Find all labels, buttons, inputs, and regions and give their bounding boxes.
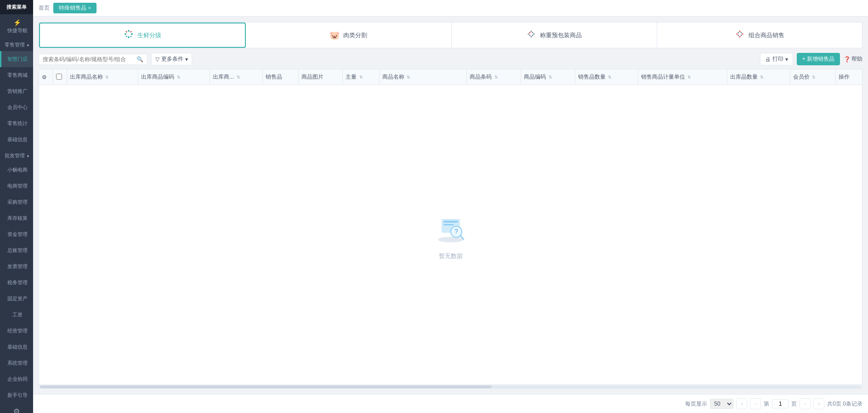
- fresh-grade-icon: [124, 29, 134, 41]
- sidebar-item-inventory-check[interactable]: 库存核算: [0, 210, 33, 226]
- next-page-button[interactable]: ›: [800, 398, 811, 409]
- sidebar-item-retail-mall[interactable]: 零售商城: [0, 67, 33, 83]
- sidebar-item-wholesale-mgmt[interactable]: 批发管理: [0, 149, 33, 162]
- sidebar-item-member-center[interactable]: 会员中心: [0, 99, 33, 115]
- data-table: ⚙ 出库商品名称 ⇅ 出库商品编码 ⇅: [39, 69, 862, 85]
- quick-nav-icon: ⚡: [13, 19, 21, 26]
- close-tab-icon[interactable]: ×: [88, 6, 91, 11]
- th-sale-qty[interactable]: 销售品数量 ⇅: [575, 69, 638, 85]
- svg-point-22: [738, 35, 739, 36]
- retail-mall-label: 零售商城: [7, 72, 28, 79]
- combo-sales-icon: [735, 29, 745, 41]
- first-page-button[interactable]: «: [736, 398, 747, 409]
- svg-point-19: [739, 36, 740, 38]
- th-goods-code[interactable]: 商品编码 ⇅: [521, 69, 575, 85]
- svg-point-7: [130, 36, 132, 37]
- svg-point-8: [528, 34, 529, 35]
- page-size-select[interactable]: 50 10 20 100: [710, 399, 733, 409]
- print-button[interactable]: 🖨 打印 ▾: [760, 53, 793, 65]
- active-tab-label: 特殊销售品: [59, 4, 86, 12]
- sales-promo-label: 营销推广: [7, 88, 28, 95]
- sidebar-item-tax-mgmt[interactable]: 税务管理: [0, 275, 33, 291]
- th-member-price[interactable]: 会员价 ⇅: [790, 69, 835, 85]
- th-settings[interactable]: ⚙: [39, 69, 53, 85]
- sidebar-item-fixed-assets[interactable]: 固定资产: [0, 291, 33, 307]
- sidebar-item-sales-promo[interactable]: 营销推广: [0, 83, 33, 99]
- sidebar-item-retail-mgmt[interactable]: 零售管理: [0, 39, 33, 51]
- th-goods-name[interactable]: 商品名称 ⇅: [380, 69, 467, 85]
- sidebar-item-quick-nav[interactable]: ⚡ 快捷导航: [0, 14, 33, 39]
- sort-out-goods-name-icon: ⇅: [105, 75, 109, 80]
- cat-tab-meat-cut[interactable]: 🐷 肉类分割: [246, 23, 451, 48]
- sidebar-item-purchase-mgmt[interactable]: 采购管理: [0, 194, 33, 210]
- sidebar-item-ops-mgmt[interactable]: 经营管理: [0, 323, 33, 339]
- cat-tab-weight-prepack[interactable]: 称重预包装商品: [452, 23, 657, 48]
- th-sale-unit-label: 销售商品计量单位: [641, 74, 685, 80]
- th-sale-goods[interactable]: 销售品: [262, 69, 298, 85]
- search-input[interactable]: [43, 56, 135, 63]
- prev-page-button[interactable]: ‹: [750, 398, 761, 409]
- sidebar-item-basic-info[interactable]: 基础信息: [0, 132, 33, 148]
- th-checkbox[interactable]: [53, 69, 67, 85]
- empty-text: 暂无数据: [439, 252, 463, 260]
- sidebar-item-smart-store[interactable]: 智慧门店: [0, 51, 33, 67]
- svg-point-20: [738, 32, 739, 34]
- home-tab[interactable]: 首页: [39, 4, 50, 12]
- last-page-button[interactable]: »: [813, 398, 824, 409]
- th-out-qty[interactable]: 出库品数量 ⇅: [727, 69, 790, 85]
- category-tabs: 生鲜分级 🐷 肉类分割: [39, 22, 862, 48]
- svg-point-18: [742, 34, 743, 35]
- sidebar-item-enterprise[interactable]: 企业协同: [0, 371, 33, 387]
- basic-info2-label: 基础信息: [7, 344, 28, 350]
- sidebar-item-basic-info2[interactable]: 基础信息: [0, 339, 33, 355]
- help-icon: ❓: [844, 56, 851, 63]
- meat-cut-icon: 🐷: [329, 30, 340, 40]
- horizontal-scrollbar[interactable]: [39, 384, 862, 388]
- sidebar-item-mini-ecom[interactable]: 小畅电商: [0, 162, 33, 178]
- weight-prepack-icon: [526, 29, 536, 41]
- sidebar-item-ecom-mgmt[interactable]: 电商管理: [0, 178, 33, 194]
- svg-point-0: [128, 30, 130, 32]
- invoice-mgmt-label: 发票管理: [7, 263, 28, 270]
- add-sale-product-button[interactable]: + 新增销售品: [797, 53, 840, 65]
- th-goods-barcode[interactable]: 商品条码 ⇅: [467, 69, 521, 85]
- sidebar-item-invoice-mgmt[interactable]: 发票管理: [0, 258, 33, 275]
- page-number-input[interactable]: [772, 399, 789, 408]
- sort-out-goods-code-icon: ⇅: [177, 75, 181, 80]
- th-goods-image[interactable]: 商品图片: [298, 69, 343, 85]
- cat-tab-fresh-grade[interactable]: 生鲜分级: [39, 23, 246, 48]
- svg-point-16: [736, 34, 738, 35]
- svg-point-12: [529, 32, 531, 34]
- help-label: 帮助: [851, 55, 862, 63]
- th-goods-barcode-label: 商品条码: [470, 74, 492, 80]
- select-all-checkbox[interactable]: [56, 74, 62, 80]
- th-out-goods-x[interactable]: 出库商... ⇅: [210, 69, 263, 85]
- pagination: 每页显示 50 10 20 100 « ‹ 第 页 › » 共0页 0条记录: [33, 394, 868, 413]
- active-tab[interactable]: 特殊销售品 ×: [53, 3, 96, 13]
- help-button[interactable]: ❓ 帮助: [844, 55, 862, 63]
- sidebar-item-newbie[interactable]: 新手引导: [0, 387, 33, 403]
- th-weight[interactable]: 主量 ⇅: [343, 69, 380, 85]
- sidebar-item-retail-stats[interactable]: 零售统计: [0, 115, 33, 132]
- cat-tab-combo-sales[interactable]: 组合商品销售: [657, 23, 862, 48]
- enterprise-label: 企业协同: [7, 376, 28, 383]
- table-container: ⚙ 出库商品名称 ⇅ 出库商品编码 ⇅: [39, 69, 862, 389]
- cat-tab-meat-cut-label: 肉类分割: [343, 31, 367, 40]
- svg-point-5: [130, 31, 132, 33]
- th-goods-name-label: 商品名称: [382, 74, 404, 80]
- sidebar-item-fund-mgmt[interactable]: 资金管理: [0, 226, 33, 242]
- th-sale-unit[interactable]: 销售商品计量单位 ⇅: [638, 69, 727, 85]
- th-out-goods-code[interactable]: 出库商品编码 ⇅: [138, 69, 210, 85]
- filter-button[interactable]: ▽ 更多条件 ▾: [151, 53, 192, 65]
- th-out-goods-name[interactable]: 出库商品名称 ⇅: [67, 69, 138, 85]
- sidebar-item-sys-mgmt[interactable]: 系统管理: [0, 355, 33, 371]
- th-sale-goods-label: 销售品: [266, 74, 282, 80]
- sidebar-item-wages[interactable]: 工资: [0, 307, 33, 323]
- filter-label: 更多条件: [161, 55, 183, 63]
- th-goods-image-label: 商品图片: [301, 74, 323, 80]
- svg-point-11: [531, 36, 532, 38]
- th-out-goods-code-label: 出库商品编码: [141, 74, 174, 80]
- sidebar-item-ledger-mgmt[interactable]: 总账管理: [0, 242, 33, 258]
- fixed-assets-label: 固定资产: [7, 295, 28, 302]
- settings-gear-icon[interactable]: ⚙: [13, 407, 20, 413]
